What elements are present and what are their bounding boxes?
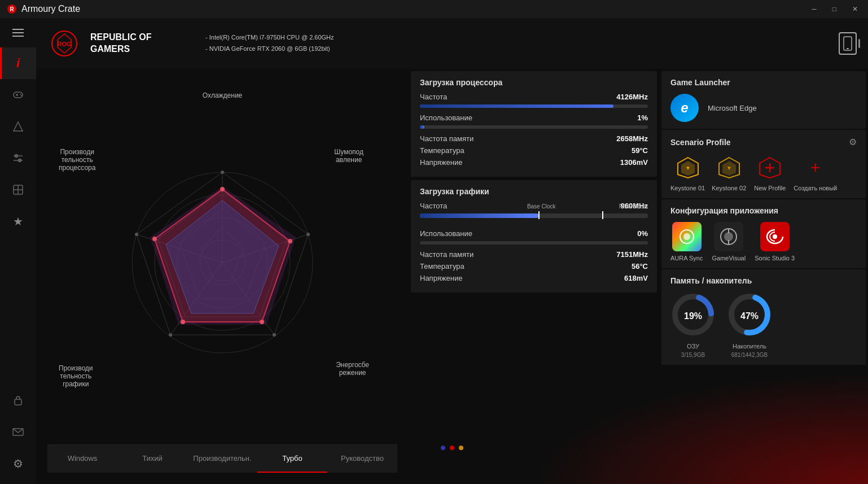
radar-chart: [115, 155, 330, 370]
sidebar-item-triangle[interactable]: [0, 111, 36, 142]
tab-windows[interactable]: Windows: [47, 445, 117, 473]
svg-point-34: [221, 171, 224, 174]
cpu-freq-value: 4126MHz: [616, 93, 648, 101]
gpu-usage-progress: [420, 241, 648, 245]
tab-turbo[interactable]: Турбо: [257, 445, 327, 473]
sidebar-item-info[interactable]: i: [0, 47, 36, 79]
gpu-voltage-row: Напряжение 618mV: [420, 274, 648, 282]
game-launcher-content: e Microsoft Edge: [670, 94, 857, 122]
svg-point-38: [135, 233, 138, 236]
profile-add[interactable]: + Создать новый: [794, 154, 837, 191]
cpu-usage-progress: [420, 125, 648, 129]
triangle-icon: [11, 120, 25, 133]
sidebar-menu-button[interactable]: [7, 23, 29, 43]
svg-text:ROG: ROG: [57, 41, 71, 47]
scenario-gear-icon[interactable]: ⚙: [849, 137, 857, 147]
sidebar-item-lock[interactable]: [0, 385, 36, 416]
app-gamevisual[interactable]: GameVisual: [712, 222, 746, 261]
close-button[interactable]: ✕: [849, 3, 861, 15]
gpu-card: Загрузка графики Частота 960MHz Base Clo…: [411, 180, 657, 293]
keystone02-label: Keystone 02: [712, 185, 746, 191]
cpu-freq-label: Частота: [420, 93, 447, 101]
keystone02-icon: ▼: [716, 154, 743, 181]
cpu-usage-fill: [420, 125, 424, 129]
radar-container: Охлаждение Шумоподавление Энергосбережен…: [47, 80, 397, 444]
gpu-boost-marker: [602, 211, 603, 219]
gpu-voltage-label: Напряжение: [420, 274, 462, 282]
keystone01-icon: ▼: [674, 154, 702, 181]
app-body: i: [0, 18, 868, 484]
app-config-title: Конфигурация приложения: [670, 206, 857, 215]
ram-donut: [670, 292, 716, 337]
titlebar-title: Armoury Crate: [21, 4, 80, 14]
app-aura-sync[interactable]: AURA Sync: [670, 222, 703, 261]
star-icon: ★: [11, 215, 25, 228]
dot-2: [450, 446, 454, 450]
republic-text: REPUBLIC OFGAMERS: [90, 32, 151, 55]
cpu-freq-progress: [420, 104, 648, 108]
stats-panel: Загрузка процессора Частота 4126MHz Испо…: [409, 69, 659, 484]
cpu-voltage-label: Напряжение: [420, 158, 462, 167]
svg-point-10: [15, 155, 18, 158]
app-config-card: Конфигурация приложения: [661, 199, 866, 268]
cpu-memfreq-value: 2658MHz: [616, 134, 648, 143]
scenario-profiles-list: ▼ Keystone 01 ▼: [670, 154, 857, 191]
radar-label-top: Охлаждение: [203, 91, 243, 99]
app-config-grid: AURA Sync: [670, 222, 857, 261]
sidebar-item-mail[interactable]: [0, 416, 36, 448]
cpu-usage-label: Использование: [420, 114, 472, 122]
profile-keystone02[interactable]: ▼ Keystone 02: [712, 154, 746, 191]
profile-keystone01[interactable]: ▼ Keystone 01: [670, 154, 705, 191]
gpu-voltage-value: 618mV: [624, 274, 648, 282]
storage-label: Накопитель: [733, 343, 766, 350]
ram-label: ОЗУ: [687, 343, 699, 350]
cpu-card: Загрузка процессора Частота 4126MHz Испо…: [411, 71, 657, 177]
tab-quiet[interactable]: Тихий: [117, 445, 187, 473]
svg-point-39: [220, 187, 225, 191]
sliders-icon: [11, 151, 25, 165]
gpu-memfreq-label: Частота памяти: [420, 250, 474, 259]
svg-text:R: R: [10, 6, 14, 12]
dot-1: [441, 446, 445, 450]
sidebar-item-sliders[interactable]: [0, 142, 36, 174]
logo-area: ROG REPUBLIC OFGAMERS: [47, 29, 205, 58]
add-profile-label: Создать новый: [794, 185, 837, 191]
ram-detail: 3/15,9GB: [681, 352, 705, 358]
cpu-temp-label: Температура: [420, 146, 464, 155]
maximize-button[interactable]: □: [829, 3, 840, 15]
radar-label-bottom-right: Энергосбережение: [336, 361, 369, 377]
svg-text:▼: ▼: [685, 165, 691, 171]
settings-icon: ⚙: [11, 457, 25, 470]
app-sonic-studio[interactable]: Sonic Studio 3: [755, 222, 795, 261]
cpu-freq-row: Частота 4126MHz: [420, 93, 648, 101]
lock-icon: [11, 394, 25, 407]
app-icon: R: [7, 4, 17, 14]
minimize-button[interactable]: ─: [808, 3, 820, 15]
profile-new[interactable]: New Profile: [753, 154, 787, 191]
gamepad-icon: [11, 88, 25, 102]
gpu-freq-label: Частота: [420, 202, 447, 210]
gpu-freq-marker: [538, 211, 540, 219]
radar-label-top-right: Шумоподавление: [334, 148, 363, 164]
hamburger-line-2: [12, 32, 24, 33]
app-name: Microsoft Edge: [708, 104, 757, 112]
gpu-usage-row: Использование 0%: [420, 229, 648, 238]
storage-donut-wrapper: 47% Накопитель 681/1442,3GB: [727, 292, 772, 358]
svg-rect-15: [15, 399, 21, 405]
sidebar-item-star[interactable]: ★: [0, 206, 36, 237]
scenario-profile-card: Scenario Profile ⚙ ▼: [661, 130, 866, 198]
gpu-temp-value: 56°C: [632, 262, 648, 271]
svg-point-40: [288, 239, 292, 243]
gpu-usage-label: Использование: [420, 229, 472, 238]
sidebar-item-settings[interactable]: ⚙: [0, 448, 36, 479]
svg-point-35: [306, 233, 310, 236]
tab-performance[interactable]: Производительн.: [187, 445, 257, 473]
gpu-temp-row: Температура 56°C: [420, 262, 648, 271]
cpu-usage-row: Использование 1%: [420, 114, 648, 122]
svg-text:▼: ▼: [726, 165, 732, 171]
sidebar-item-cube[interactable]: [0, 174, 36, 206]
svg-rect-20: [847, 48, 849, 49]
header-right: [839, 32, 857, 55]
sidebar-item-gamepad[interactable]: [0, 79, 36, 111]
tab-manual[interactable]: Руководство: [327, 445, 397, 473]
